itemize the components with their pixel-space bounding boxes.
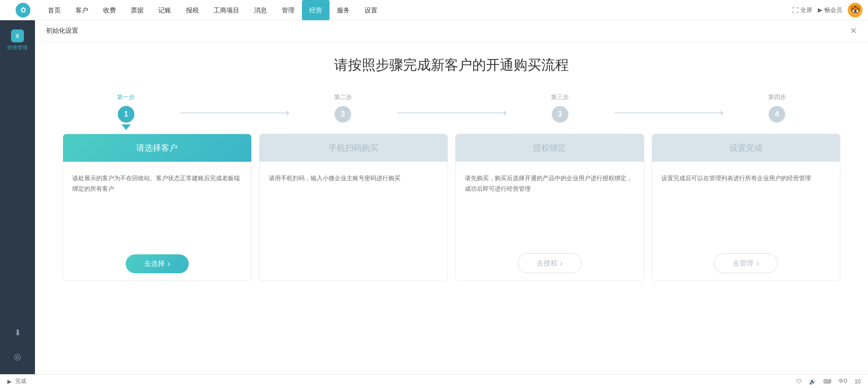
step2-circle: 2 <box>335 106 351 123</box>
fullscreen-icon: ⛶ <box>792 6 799 14</box>
card-step2: 手机扫码购买 请用手机扫码，输入小微企业主账号密码进行购买 <box>259 134 448 281</box>
sidebar-item-operation[interactable]: ¥ 经营管理 <box>0 24 35 57</box>
status-bar-right: 🛡 🔊 ⌨ 中0 10 <box>796 377 861 385</box>
card2-body: 请用手机扫码，输入小微企业主账号密码进行购买 <box>260 162 448 266</box>
top-nav: ✿ 首页 客户 收费 票据 记账 报税 工商项目 消息 管理 经营 服务 设置 … <box>0 0 868 20</box>
avatar-image: 🐯 <box>850 5 861 16</box>
breadcrumb: 初始化设置 <box>46 27 78 35</box>
nav-items: 首页 客户 收费 票据 记账 报税 工商项目 消息 管理 经营 服务 设置 <box>41 0 792 20</box>
status-bar: ▶ 完成 🛡 🔊 ⌨ 中0 10 <box>0 374 868 388</box>
go-auth-button[interactable]: 去授权 › <box>518 253 582 273</box>
step3-circle: 3 <box>552 106 568 123</box>
input-method-label: 中0 <box>839 377 847 385</box>
nav-settings[interactable]: 设置 <box>357 0 385 20</box>
fullscreen-label: 全屏 <box>800 6 812 14</box>
go-auth-arrow: › <box>560 259 563 268</box>
fullscreen-btn[interactable]: ⛶ 全屏 <box>792 6 812 14</box>
member-label: 畅会员 <box>824 6 842 14</box>
go-select-label: 去选择 <box>144 259 165 268</box>
nav-fee[interactable]: 收费 <box>96 0 123 20</box>
step4-label: 第四步 <box>768 93 786 101</box>
go-manage-label: 去管理 <box>733 259 753 268</box>
nav-tax[interactable]: 报税 <box>179 0 206 20</box>
card1-body: 该处展示的客户为不在回收站、客户状态正常建账后完成老板端绑定的所有客户 <box>63 162 251 247</box>
step4-circle: 4 <box>769 106 785 123</box>
time-label: 10 <box>855 378 861 385</box>
card4-title: 设置完成 <box>652 134 840 162</box>
step1-label: 第一步 <box>117 93 135 101</box>
step2-label: 第二步 <box>334 93 352 101</box>
step3-label: 第三步 <box>551 93 569 101</box>
go-select-arrow: › <box>168 259 170 269</box>
play-icon: ▶ <box>818 6 822 13</box>
nav-message[interactable]: 消息 <box>247 0 274 20</box>
card3-body: 请先购买，购买后选择开通的产品中的企业用户进行授权绑定，成功后即可进行经营管理 <box>456 162 644 246</box>
nav-home[interactable]: 首页 <box>41 0 68 20</box>
card3-footer: 去授权 › <box>456 246 644 281</box>
page-title: 请按照步骤完成新客户的开通购买流程 <box>63 56 840 75</box>
go-auth-label: 去授权 <box>537 259 557 268</box>
card1-footer: 去选择 › <box>63 247 251 281</box>
card2-footer <box>260 266 448 281</box>
close-button[interactable]: ✕ <box>850 26 857 36</box>
card4-body: 设置完成后可以在管理列表进行所有企业用户的经营管理 <box>652 162 840 246</box>
avatar[interactable]: 🐯 <box>848 3 862 18</box>
card-step4: 设置完成 设置完成后可以在管理列表进行所有企业用户的经营管理 去管理 › <box>652 134 841 281</box>
play-btn[interactable]: ▶ <box>7 378 12 385</box>
sidebar-item-operation-label: 经营管理 <box>7 44 28 51</box>
content-header: 初始化设置 ✕ <box>35 20 868 42</box>
cards-container: 请选择客户 该处展示的客户为不在回收站、客户状态正常建账后完成老板端绑定的所有客… <box>63 134 840 281</box>
nav-accounting[interactable]: 记账 <box>151 0 179 20</box>
nav-business[interactable]: 工商项目 <box>206 0 247 20</box>
keyboard-icon: ⌨ <box>823 378 831 385</box>
nav-bill[interactable]: 票据 <box>123 0 151 20</box>
nav-customer[interactable]: 客户 <box>68 0 96 20</box>
card-step1: 请选择客户 该处展示的客户为不在回收站、客户状态正常建账后完成老板端绑定的所有客… <box>63 134 252 281</box>
status-label: 完成 <box>15 377 26 385</box>
nav-operation[interactable]: 经营 <box>302 0 330 20</box>
step1-pointer <box>122 124 131 130</box>
nav-service[interactable]: 服务 <box>330 0 357 20</box>
sidebar: ¥ 经营管理 ⬇ ◎ <box>0 20 35 374</box>
go-manage-arrow: › <box>756 259 759 268</box>
nav-manage[interactable]: 管理 <box>274 0 302 20</box>
go-manage-button[interactable]: 去管理 › <box>714 253 778 273</box>
step1-circle: 1 <box>118 106 134 123</box>
shield-icon: 🛡 <box>796 378 802 385</box>
go-select-button[interactable]: 去选择 › <box>126 254 189 273</box>
sidebar-bottom: ⬇ ◎ <box>11 321 24 374</box>
sidebar-item-support[interactable]: ◎ <box>11 345 24 369</box>
download-icon: ⬇ <box>11 326 24 339</box>
logo[interactable]: ✿ <box>6 3 41 18</box>
card2-title: 手机扫码购买 <box>260 134 448 162</box>
member-btn[interactable]: ▶ 畅会员 <box>818 6 842 14</box>
logo-icon: ✿ <box>16 3 30 18</box>
nav-right: ⛶ 全屏 ▶ 畅会员 🐯 <box>792 3 862 18</box>
main-content: 请按照步骤完成新客户的开通购买流程 第一步 1 第二步 2 <box>35 42 868 374</box>
card4-footer: 去管理 › <box>652 246 840 281</box>
support-icon: ◎ <box>11 350 24 363</box>
volume-icon: 🔊 <box>809 378 816 385</box>
operation-icon: ¥ <box>11 29 24 42</box>
main-layout: ¥ 经营管理 ⬇ ◎ 初始化设置 ✕ 请按照步骤完成新客户的开通购买流程 第 <box>0 20 868 374</box>
content-area: 初始化设置 ✕ 请按照步骤完成新客户的开通购买流程 第一步 1 <box>35 20 868 374</box>
card3-title: 授权绑定 <box>456 134 644 162</box>
sidebar-item-download[interactable]: ⬇ <box>11 321 24 345</box>
card-step3: 授权绑定 请先购买，购买后选择开通的产品中的企业用户进行授权绑定，成功后即可进行… <box>455 134 644 281</box>
card1-title: 请选择客户 <box>63 134 251 162</box>
